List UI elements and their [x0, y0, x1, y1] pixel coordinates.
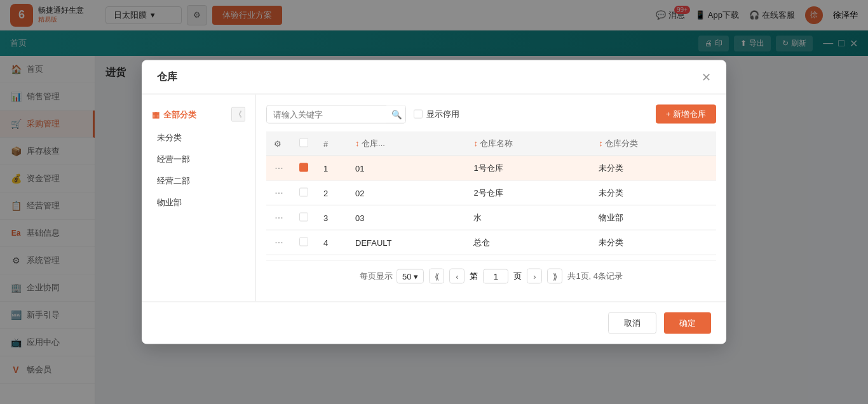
- row-num: 2: [316, 180, 348, 205]
- col-code: ↕ 仓库...: [348, 131, 466, 156]
- row-name: 水: [466, 205, 591, 230]
- row-more-icon[interactable]: ···: [275, 237, 283, 248]
- table-row[interactable]: ··· 1 01 1号仓库 未分类: [266, 156, 716, 180]
- row-code: 03: [348, 205, 466, 230]
- warehouse-table: ⚙ # ↕ 仓库... ↕ 仓库名称: [266, 131, 716, 255]
- next-page-button[interactable]: ›: [527, 269, 542, 284]
- search-button[interactable]: 🔍: [386, 105, 406, 123]
- first-page-button[interactable]: ⟪: [429, 269, 444, 284]
- page-size-value: 50: [402, 271, 411, 281]
- row-action-cell: ···: [266, 230, 292, 255]
- page-size-dropdown[interactable]: 50 ▾: [397, 269, 424, 283]
- table-row[interactable]: ··· 3 03 水 物业部: [266, 205, 716, 230]
- page-label-end: 页: [513, 271, 522, 282]
- row-num: 1: [316, 156, 348, 180]
- table-row[interactable]: ··· 2 02 2号仓库 未分类: [266, 180, 716, 205]
- row-more-icon[interactable]: ···: [275, 212, 283, 223]
- cancel-button[interactable]: 取消: [608, 313, 656, 334]
- modal-close-button[interactable]: ✕: [702, 71, 711, 83]
- confirm-button[interactable]: 确定: [664, 313, 711, 334]
- modal-header: 仓库 ✕: [142, 60, 726, 95]
- category-header: ▦ 全部分类 《: [142, 102, 255, 127]
- table-container: ⚙ # ↕ 仓库... ↕ 仓库名称: [266, 131, 716, 255]
- pagination-bar: 每页显示 50 ▾ ⟪ ‹ 第 页 › ⟫ 共1页, 4条记录: [266, 260, 716, 292]
- row-category: 物业部: [591, 205, 716, 230]
- all-categories[interactable]: ▦ 全部分类: [152, 109, 196, 120]
- total-info: 共1页, 4条记录: [567, 271, 623, 282]
- category-item-property[interactable]: 物业部: [142, 192, 255, 213]
- row-more-icon[interactable]: ···: [275, 187, 283, 198]
- modal-toolbar: 🔍 显示停用 + 新增仓库: [266, 105, 716, 124]
- modal-body: ▦ 全部分类 《 未分类 经营一部 经营二部 物业部 🔍 显示停用: [142, 95, 726, 302]
- row-checkbox-cell: [292, 205, 316, 230]
- row-name: 总仓: [466, 230, 591, 255]
- page-number-input[interactable]: [483, 269, 508, 283]
- page-size-chevron: ▾: [414, 271, 418, 281]
- row-checkbox[interactable]: [299, 187, 308, 196]
- prev-page-button[interactable]: ‹: [449, 269, 465, 284]
- row-more-icon[interactable]: ···: [275, 163, 283, 173]
- modal-title: 仓库: [157, 71, 177, 84]
- row-checkbox-cell: [292, 230, 316, 255]
- last-page-button[interactable]: ⟫: [547, 269, 562, 284]
- row-num: 3: [316, 205, 348, 230]
- category-collapse-button[interactable]: 《: [231, 107, 245, 122]
- modal-main: 🔍 显示停用 + 新增仓库 ⚙ #: [256, 95, 726, 302]
- category-item-ops2[interactable]: 经营二部: [142, 170, 255, 192]
- category-item-ops1[interactable]: 经营一部: [142, 149, 255, 170]
- row-action-cell: ···: [266, 205, 292, 230]
- row-checkbox[interactable]: [299, 163, 308, 172]
- col-num: #: [316, 131, 348, 156]
- col-name: ↕ 仓库名称: [466, 131, 591, 156]
- row-category: 未分类: [591, 156, 716, 180]
- row-category: 未分类: [591, 230, 716, 255]
- search-box: 🔍: [266, 105, 406, 123]
- per-page-label: 每页显示: [360, 271, 393, 282]
- table-row[interactable]: ··· 4 DEFAULT 总仓 未分类: [266, 230, 716, 255]
- row-code: DEFAULT: [348, 230, 466, 255]
- row-category: 未分类: [591, 180, 716, 205]
- row-action-cell: ···: [266, 180, 292, 205]
- add-warehouse-button[interactable]: + 新增仓库: [656, 105, 716, 124]
- warehouse-modal: 仓库 ✕ ▦ 全部分类 《 未分类 经营一部 经营二部 物业部 🔍: [142, 60, 726, 344]
- all-categories-label: 全部分类: [163, 109, 196, 120]
- show-disabled-label: 显示停用: [426, 109, 459, 120]
- row-code: 01: [348, 156, 466, 180]
- row-checkbox-cell: [292, 180, 316, 205]
- page-label: 第: [470, 271, 478, 282]
- row-num: 4: [316, 230, 348, 255]
- search-input[interactable]: [267, 105, 386, 123]
- row-checkbox[interactable]: [299, 237, 308, 246]
- category-sidebar: ▦ 全部分类 《 未分类 经营一部 经营二部 物业部: [142, 95, 256, 302]
- modal-footer: 取消 确定: [142, 302, 726, 344]
- page-size-select: 每页显示 50 ▾: [360, 269, 424, 283]
- select-all-checkbox[interactable]: [299, 138, 308, 147]
- col-settings: ⚙: [266, 131, 292, 156]
- row-checkbox[interactable]: [299, 212, 308, 221]
- category-item-unclassified[interactable]: 未分类: [142, 127, 255, 149]
- row-name: 2号仓库: [466, 180, 591, 205]
- row-action-cell: ···: [266, 156, 292, 180]
- show-disabled-checkbox[interactable]: [414, 110, 423, 119]
- show-disabled-toggle[interactable]: 显示停用: [414, 109, 459, 120]
- grid-icon: ▦: [152, 110, 159, 119]
- col-checkbox: [292, 131, 316, 156]
- row-name: 1号仓库: [466, 156, 591, 180]
- row-checkbox-cell: [292, 156, 316, 180]
- row-code: 02: [348, 180, 466, 205]
- col-category: ↕ 仓库分类: [591, 131, 716, 156]
